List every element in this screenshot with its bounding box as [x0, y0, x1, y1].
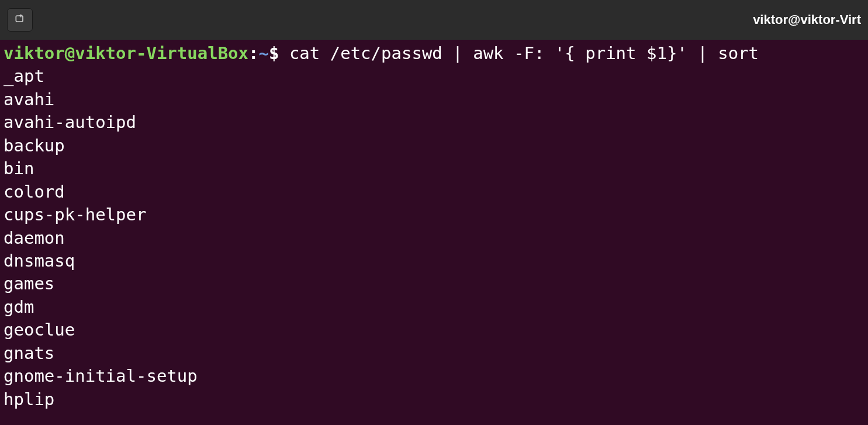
output-container: _aptavahiavahi-autoipdbackupbincolordcup… — [4, 65, 864, 411]
output-line: colord — [4, 181, 864, 203]
output-line: backup — [4, 134, 864, 157]
prompt-user-host: viktor@viktor-VirtualBox — [4, 43, 248, 63]
terminal-area[interactable]: viktor@viktor-VirtualBox:~$ cat /etc/pas… — [0, 40, 868, 425]
prompt-path: ~ — [259, 43, 269, 63]
output-line: dnsmasq — [4, 250, 864, 272]
output-line: hplip — [4, 388, 864, 411]
output-line: gnats — [4, 342, 864, 365]
output-line: bin — [4, 157, 864, 180]
output-line: avahi-autoipd — [4, 111, 864, 134]
output-line: daemon — [4, 227, 864, 250]
output-line: gdm — [4, 296, 864, 319]
new-tab-button[interactable] — [7, 8, 33, 32]
output-line: cups-pk-helper — [4, 203, 864, 226]
output-line: _apt — [4, 65, 864, 88]
prompt-line: viktor@viktor-VirtualBox:~$ cat /etc/pas… — [4, 42, 864, 65]
titlebar: viktor@viktor-Virt — [0, 0, 868, 40]
output-line: games — [4, 272, 864, 295]
output-line: avahi — [4, 88, 864, 111]
command-text: cat /etc/passwd | awk -F: '{ print $1}' … — [279, 43, 759, 63]
prompt-separator: : — [248, 43, 258, 63]
output-line: geoclue — [4, 319, 864, 341]
output-line: gnome-initial-setup — [4, 365, 864, 388]
new-tab-icon — [14, 13, 26, 27]
window-title: viktor@viktor-Virt — [753, 12, 861, 27]
prompt-symbol: $ — [269, 43, 279, 63]
svg-rect-0 — [16, 16, 23, 22]
